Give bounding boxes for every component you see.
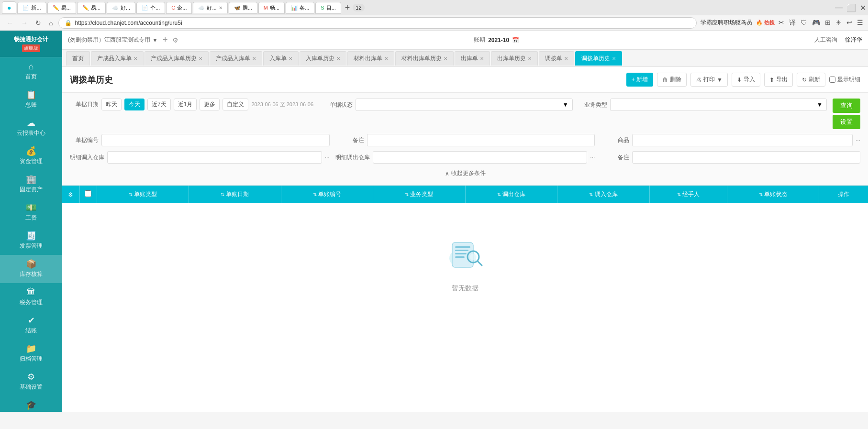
browser-tab-4[interactable]: ☁️ 好... <box>107 2 135 14</box>
add-company-button[interactable]: + <box>163 35 168 45</box>
page-tab-transfer-close[interactable]: ✕ <box>564 56 568 61</box>
sidebar-item-settings[interactable]: ⚙ 基础设置 <box>0 368 62 396</box>
page-tab-mat-out-close[interactable]: ✕ <box>384 56 388 61</box>
th-in-warehouse[interactable]: ⇅ 调入仓库 <box>557 186 650 203</box>
date-btn-today[interactable]: 今天 <box>124 99 145 110</box>
home-button[interactable]: ⌂ <box>47 17 55 29</box>
th-doc-date[interactable]: ⇅ 单账日期 <box>189 186 281 203</box>
page-tab-finished-in-hist-close[interactable]: ✕ <box>199 56 202 61</box>
delete-button[interactable]: 🗑 删除 <box>657 73 687 87</box>
date-btn-more[interactable]: 更多 <box>200 99 220 110</box>
page-tab-out-hist-close[interactable]: ✕ <box>528 56 532 61</box>
browser-tab-9[interactable]: M 畅... <box>258 2 285 14</box>
page-tab-mat-out[interactable]: 材料出库单 ✕ <box>347 51 394 66</box>
collapse-button[interactable]: ∧ 收起更多条件 <box>445 169 486 177</box>
page-tab-out-close[interactable]: ✕ <box>480 56 484 61</box>
page-tab-out[interactable]: 出库单 ✕ <box>455 51 490 66</box>
page-tab-out-hist[interactable]: 出库单历史 ✕ <box>491 51 538 66</box>
status-select[interactable]: ▼ <box>356 99 572 111</box>
date-btn-7days[interactable]: 近7天 <box>147 99 171 110</box>
print-button[interactable]: 🖨 打印 ▼ <box>690 73 728 87</box>
sidebar-item-cloud-report[interactable]: ☁ 云报表中心 <box>0 114 62 142</box>
new-tab-button[interactable]: + <box>345 3 350 13</box>
page-tab-mat-out-hist-close[interactable]: ✕ <box>444 56 447 61</box>
page-tab-finished-in2[interactable]: 产成品入库单 ✕ <box>210 51 262 66</box>
sidebar-item-tax[interactable]: 🏛 税务管理 <box>0 283 62 311</box>
page-tab-finished-in2-close[interactable]: ✕ <box>252 56 256 61</box>
page-tab-in[interactable]: 入库单 ✕ <box>263 51 299 66</box>
detail-out-input[interactable] <box>373 151 588 164</box>
page-tab-home[interactable]: 首页 <box>66 51 90 66</box>
th-biz-type[interactable]: ⇅ 业务类型 <box>373 186 466 203</box>
refresh-button-toolbar[interactable]: ↻ 刷新 <box>797 73 825 87</box>
sidebar-item-fixed-assets[interactable]: 🏢 固定资产 <box>0 170 62 198</box>
browser-tab-7[interactable]: ☁️ 好... ✕ <box>193 2 227 13</box>
date-btn-custom[interactable]: 自定义 <box>223 99 248 110</box>
page-tab-transfer-hist-close[interactable]: ✕ <box>612 56 616 61</box>
browser-tab-logo[interactable]: ● <box>2 1 16 14</box>
th-handler[interactable]: ⇅ 经手人 <box>649 186 727 203</box>
browser-tab-7-close[interactable]: ✕ <box>219 5 223 11</box>
browser-tab-3[interactable]: ✏️ 易... <box>77 2 106 14</box>
sidebar-item-archive[interactable]: 📁 归档管理 <box>0 340 62 368</box>
query-button[interactable]: 查询 <box>833 99 860 113</box>
forward-button[interactable]: → <box>19 17 30 29</box>
goods-input[interactable] <box>632 134 853 146</box>
import-button[interactable]: ⬇ 导入 <box>732 73 760 87</box>
back-button[interactable]: ← <box>5 17 15 29</box>
browser-tab-2[interactable]: ✏️ 易... <box>47 2 76 14</box>
th-doc-type[interactable]: ⇅ 单账类型 <box>97 186 189 203</box>
browser-tab-6[interactable]: C 企... <box>166 2 192 14</box>
company-settings-icon[interactable]: ⚙ <box>172 36 178 44</box>
date-btn-yesterday[interactable]: 昨天 <box>101 99 122 110</box>
browser-tab-8[interactable]: 🦋 腾... <box>229 2 257 14</box>
calendar-icon[interactable]: 📅 <box>512 37 519 44</box>
close-button[interactable]: ✕ <box>860 3 866 12</box>
sidebar-item-close-accounts[interactable]: ✔ 结账 <box>0 311 62 340</box>
page-tab-in-hist[interactable]: 入库单历史 ✕ <box>300 51 346 66</box>
page-tab-finished-in[interactable]: 产成品入库单 ✕ <box>91 51 144 66</box>
minimize-button[interactable]: — <box>835 3 843 12</box>
sidebar-item-ledger[interactable]: 📋 总账 <box>0 86 62 114</box>
page-tab-in-hist-close[interactable]: ✕ <box>336 56 340 61</box>
maximize-button[interactable]: ⬜ <box>846 3 856 12</box>
detail-in-input[interactable] <box>107 151 322 164</box>
sidebar-item-home[interactable]: ⌂ 首页 <box>0 57 62 86</box>
url-box[interactable]: 🔒 https://cloud.chanjet.com/accounting/u… <box>58 17 696 29</box>
refresh-button[interactable]: ↻ <box>33 17 43 29</box>
goods-more-icon[interactable]: ··· <box>856 137 860 143</box>
select-all-checkbox[interactable] <box>85 190 91 197</box>
th-doc-no[interactable]: ⇅ 单账编号 <box>281 186 373 203</box>
sidebar-item-guide[interactable]: 🎓 新手引导 <box>0 396 62 412</box>
note2-input[interactable] <box>632 151 860 164</box>
page-tab-in-close[interactable]: ✕ <box>289 56 292 61</box>
show-all-toggle[interactable]: 显示明细 <box>829 76 860 84</box>
th-out-warehouse[interactable]: ⇅ 调出仓库 <box>465 186 557 203</box>
page-tab-transfer[interactable]: 调拨单 ✕ <box>539 51 574 66</box>
browser-tab-10[interactable]: 📊 各... <box>286 2 314 14</box>
page-tab-finished-in-close[interactable]: ✕ <box>134 56 137 61</box>
add-button[interactable]: + 新增 <box>626 73 653 87</box>
date-btn-1month[interactable]: 近1月 <box>174 99 197 110</box>
sidebar-item-payroll[interactable]: 💵 工资 <box>0 198 62 227</box>
sidebar-item-inventory[interactable]: 📦 库存核算 <box>0 255 62 283</box>
note-input[interactable] <box>367 134 595 146</box>
sidebar-item-invoice[interactable]: 🧾 发票管理 <box>0 227 62 255</box>
th-gear[interactable]: ⚙ <box>62 186 79 203</box>
export-button[interactable]: ⬆ 导出 <box>764 73 793 87</box>
biz-type-select[interactable]: ▼ <box>610 99 827 111</box>
browser-tab-11[interactable]: S 目... <box>315 2 341 14</box>
page-tab-finished-in-hist[interactable]: 产成品入库单历史 ✕ <box>145 51 209 66</box>
show-all-checkbox[interactable] <box>829 77 835 83</box>
page-tab-transfer-hist[interactable]: 调拨单历史 ✕ <box>575 51 622 66</box>
search-settings-button[interactable]: 设置 <box>833 115 860 129</box>
browser-tab-1[interactable]: 📄 新... <box>17 2 46 14</box>
user-service-button[interactable]: 人工咨询 <box>814 36 837 44</box>
company-selector[interactable]: (勿删勿禁用）江西服宝测试专用 ▼ <box>68 36 158 44</box>
page-tab-mat-out-hist[interactable]: 材料出库单历史 ✕ <box>395 51 454 66</box>
doc-no-input[interactable] <box>101 134 330 146</box>
sidebar-item-fund[interactable]: 💰 资金管理 <box>0 142 62 170</box>
detail-in-more-icon[interactable]: ··· <box>325 154 330 161</box>
th-check[interactable] <box>79 186 97 203</box>
detail-out-more-icon[interactable]: ··· <box>590 154 595 161</box>
